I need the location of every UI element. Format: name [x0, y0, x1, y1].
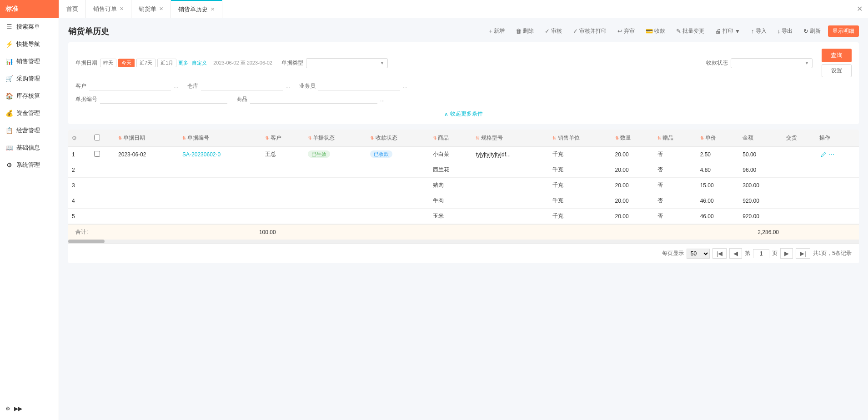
sort-qty-icon: ⇅	[615, 135, 619, 140]
last-page-btn[interactable]: ▶|	[796, 248, 810, 259]
per-page-select[interactable]: 50 100 200	[687, 249, 710, 259]
date-custom-link[interactable]: 自定义	[192, 60, 207, 66]
close-all-tabs[interactable]: ✕	[851, 5, 868, 13]
sidebar-item-ops-mgmt[interactable]: 📋 经营管理	[0, 122, 59, 139]
audit-button[interactable]: ✓ 审核	[541, 25, 566, 37]
date-range-btns: 昨天 今天 近7天 近1月 更多 自定义	[100, 59, 207, 67]
warehouse-ellipsis[interactable]: ...	[286, 83, 290, 90]
goods-input[interactable]	[250, 95, 377, 104]
col-gift[interactable]: ⇅ 赠品	[654, 130, 697, 147]
date-btn-1month[interactable]: 近1月	[157, 59, 176, 67]
col-customer[interactable]: ⇅ 客户	[261, 130, 304, 147]
sidebar-item-sales-mgmt[interactable]: 📊 销售管理	[0, 53, 59, 70]
edit-row-btn[interactable]: 🖊	[819, 151, 828, 158]
collapse-filter-btn[interactable]: ∧ 收起更多条件	[75, 108, 852, 118]
payment-select[interactable]	[731, 58, 813, 68]
date-btn-7days[interactable]: 近7天	[136, 59, 156, 67]
col-payment-status[interactable]: ⇅ 收款状态	[366, 130, 429, 147]
table-gear-icon[interactable]: ⚙	[72, 135, 77, 141]
date-range-text: 2023-06-02 至 2023-06-02	[213, 60, 272, 66]
filter-row-2: 客户 ... 仓库 ... 业务员 ...	[75, 82, 852, 90]
col-doc-status[interactable]: ⇅ 单据状态	[304, 130, 366, 147]
sidebar-item-basic-info[interactable]: 📖 基础信息	[0, 139, 59, 156]
col-unit[interactable]: ⇅ 销售单位	[549, 130, 611, 147]
basic-info-icon: 📖	[5, 144, 13, 151]
sidebar-item-search-menu[interactable]: ☰ 搜索菜单	[0, 18, 59, 35]
total-qty: 100.00	[97, 229, 438, 235]
type-select[interactable]	[306, 58, 388, 68]
date-more-link[interactable]: 更多	[178, 60, 188, 66]
date-btn-today[interactable]: 今天	[118, 59, 135, 67]
current-page-input[interactable]	[753, 249, 769, 258]
first-page-btn[interactable]: |◀	[712, 248, 727, 259]
customer-ellipsis[interactable]: ...	[174, 83, 178, 90]
sort-price-icon: ⇅	[700, 135, 704, 140]
cell-date	[115, 162, 179, 178]
scroll-thumb[interactable]	[68, 240, 105, 243]
col-date[interactable]: ⇅ 单据日期	[115, 130, 179, 147]
prev-page-btn[interactable]: ◀	[729, 248, 742, 259]
sidebar-item-quick-nav[interactable]: ⚡ 快捷导航	[0, 35, 59, 53]
staff-label: 业务员	[299, 82, 316, 90]
cell-docno	[179, 209, 261, 224]
col-docno[interactable]: ⇅ 单据编号	[179, 130, 261, 147]
show-detail-button[interactable]: 显示明细	[828, 25, 859, 37]
goods-ellipsis[interactable]: ...	[380, 96, 385, 103]
cell-gift: 否	[654, 209, 697, 224]
date-btn-yesterday[interactable]: 昨天	[100, 59, 116, 67]
import-button[interactable]: ↑ 导入	[748, 25, 770, 37]
tab-sales-history[interactable]: 销货单历史 ✕	[171, 0, 222, 18]
discard-button[interactable]: ↩ 弃审	[614, 25, 638, 37]
add-button[interactable]: + 新增	[486, 25, 509, 37]
row-checkbox[interactable]	[94, 151, 100, 157]
tab-sales-delivery[interactable]: 销货单 ✕	[131, 0, 171, 18]
quick-nav-icon: ⚡	[5, 40, 13, 48]
col-price[interactable]: ⇅ 单价	[697, 130, 739, 147]
next-page-btn[interactable]: ▶	[780, 248, 793, 259]
cell-trade	[783, 162, 816, 178]
cell-gift: 否	[654, 178, 697, 193]
col-amount: 金额	[739, 130, 783, 147]
delete-button[interactable]: 🗑 删除	[512, 25, 537, 37]
cell-doc-status	[304, 162, 366, 178]
audit-print-button[interactable]: ✓ 审核并打印	[569, 25, 610, 37]
doc-no-link[interactable]: SA-20230602-0	[182, 151, 221, 158]
sidebar-item-purchase-mgmt[interactable]: 🛒 采购管理	[0, 70, 59, 87]
sidebar-settings-icon[interactable]: ⚙ ▶▶	[0, 401, 59, 416]
sidebar-item-sys-mgmt[interactable]: ⚙ 系统管理	[0, 156, 59, 174]
tab-home[interactable]: 首页	[59, 0, 86, 18]
tab-sales-order-close[interactable]: ✕	[120, 6, 124, 12]
staff-input[interactable]	[318, 82, 400, 90]
col-goods[interactable]: ⇅ 商品	[429, 130, 472, 147]
cell-customer: 王总	[261, 147, 304, 162]
query-button[interactable]: 查询	[822, 49, 852, 62]
tab-sales-order[interactable]: 销售订单 ✕	[86, 0, 131, 18]
select-all-checkbox[interactable]	[94, 135, 100, 140]
col-qty[interactable]: ⇅ 数量	[612, 130, 654, 147]
cell-doc-status	[304, 209, 366, 224]
inventory-calc-icon: 🏠	[5, 92, 13, 100]
horizontal-scrollbar[interactable]	[68, 240, 859, 243]
sidebar-item-inventory-calc[interactable]: 🏠 库存核算	[0, 87, 59, 105]
batch-change-button[interactable]: ✎ 批量变更	[672, 25, 708, 37]
settings-button[interactable]: 设置	[822, 64, 852, 77]
refresh-button[interactable]: ↻ 刷新	[800, 25, 824, 37]
tab-sales-delivery-close[interactable]: ✕	[159, 6, 163, 12]
add-icon: +	[489, 28, 493, 35]
cell-trade	[783, 209, 816, 224]
collect-button[interactable]: 💳 收款	[642, 25, 669, 37]
col-spec[interactable]: ⇅ 规格型号	[472, 130, 549, 147]
tab-sales-order-label: 销售订单	[93, 5, 117, 13]
sidebar-item-fund-mgmt[interactable]: 💰 资金管理	[0, 105, 59, 122]
total-records: 共1页，5条记录	[813, 250, 852, 257]
export-button[interactable]: ↓ 导出	[774, 25, 797, 37]
customer-input[interactable]	[89, 82, 171, 90]
delete-row-btn[interactable]: ⋯	[828, 151, 836, 158]
warehouse-input[interactable]	[201, 82, 283, 90]
table-row: 5 玉米 千克 20.00 否 46.00 920.00	[68, 209, 859, 224]
docno-input[interactable]	[100, 95, 227, 104]
staff-ellipsis[interactable]: ...	[403, 83, 407, 90]
sort-gift-icon: ⇅	[657, 135, 661, 140]
print-button[interactable]: 🖨 打印 ▼	[712, 25, 744, 37]
tab-sales-history-close[interactable]: ✕	[211, 6, 215, 12]
